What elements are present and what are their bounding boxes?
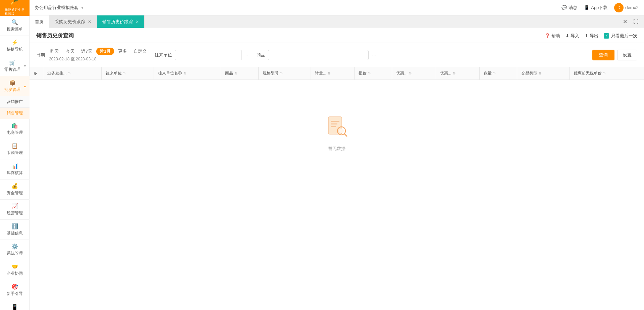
avatar: D (614, 3, 624, 12)
sidebar-item-ecom-mgmt[interactable]: 🛍️ 电商管理 (0, 119, 30, 139)
logo-text: 畅捷通好生意标账版 (5, 8, 25, 16)
col-spec-label: 规格型号 (263, 70, 279, 76)
search-menu-icon: 🔍 (11, 19, 18, 25)
tab-home[interactable]: 首页 (30, 15, 49, 28)
partner-filter-group: 往来单位 ··· (155, 50, 251, 60)
sidebar-item-sys-mgmt[interactable]: ⚙️ 系统管理 (0, 240, 30, 260)
logo[interactable]: 🍊 畅捷通好生意标账版 (0, 0, 30, 16)
inventory-icon: 📊 (11, 163, 18, 169)
sidebar-item-label: 电商管理 (7, 130, 23, 136)
main-content: 办公用品行业模拟账套 ▼ 💬 消息 📱 App下载 D demo2 首页 采购历… (30, 0, 644, 310)
sidebar-item-enterprise-coop[interactable]: 🤝 企业协同 (0, 260, 30, 280)
table-col-partner-name[interactable]: 往来单位名称 ⇅ (154, 67, 221, 80)
only-last-checkbox[interactable]: ✓ 只看最后一次 (604, 33, 637, 39)
import-label: 导入 (571, 33, 579, 39)
user-menu[interactable]: D demo2 (614, 3, 639, 12)
yesterday-btn[interactable]: 昨天 (48, 48, 62, 55)
custom-btn[interactable]: 自定义 (131, 48, 149, 55)
retail-mgmt-icon: 🛒 (9, 59, 16, 66)
last7days-btn[interactable]: 近7天 (78, 48, 95, 55)
tab-close-all-btn[interactable]: ✕ (622, 17, 629, 26)
partner-input-container: ··· (175, 50, 251, 60)
sort-icon: ⇅ (453, 71, 455, 75)
account-dropdown[interactable]: 办公用品行业模拟账套 ▼ (35, 5, 84, 11)
app-download-icon: 📱 (584, 5, 589, 10)
search-btn[interactable]: 查询 (592, 50, 614, 60)
table-col-price[interactable]: 报价 ⇅ (355, 67, 392, 80)
user-label: demo2 (625, 5, 639, 10)
sidebar-item-label: 资金管理 (7, 190, 23, 196)
page-title: 销售历史价查询 (36, 32, 74, 39)
table-body: 暂无数据 (30, 80, 644, 186)
import-btn[interactable]: ⬇ 导入 (566, 33, 579, 39)
settings-btn[interactable]: 设置 (617, 50, 637, 60)
sidebar-item-app-center[interactable]: 📱 应用中心 (0, 300, 30, 310)
empty-row: 暂无数据 (30, 80, 644, 186)
export-btn[interactable]: ⬆ 导出 (585, 33, 598, 39)
wholesale-arrow-icon: ▲ (23, 84, 27, 88)
table-col-partner-code[interactable]: 往来单位 ⇅ (101, 67, 154, 80)
app-download-btn[interactable]: 📱 App下载 (584, 5, 607, 11)
export-icon: ⬆ (585, 33, 588, 38)
col-unit-label: 计量... (315, 70, 326, 76)
sidebar-item-wholesale-mgmt[interactable]: 📦 批发管理 ▲ (0, 76, 30, 96)
sort-icon: ⇅ (368, 71, 371, 75)
table-col-unit[interactable]: 计量... ⇅ (311, 67, 354, 80)
ecom-mgmt-icon: 🛍️ (11, 122, 18, 129)
table-col-pre-tax-price[interactable]: 优惠前无税单价 ⇅ (569, 67, 644, 80)
more-btn[interactable]: 更多 (115, 48, 129, 55)
sidebar-item-new-guide[interactable]: 🎯 新手引导 (0, 280, 30, 300)
sidebar-item-ops-mgmt[interactable]: 📈 经营管理 (0, 200, 30, 220)
sidebar-item-search-menu[interactable]: 🔍 搜索菜单 (0, 16, 30, 36)
last1month-btn[interactable]: 近1月 (96, 48, 114, 55)
sort-icon: ⇅ (183, 71, 186, 75)
table-col-biz-date[interactable]: 业务发生... ⇅ (43, 67, 101, 80)
tab-purchase-history-close[interactable]: ✕ (88, 19, 91, 24)
checkbox-checked-icon: ✓ (604, 33, 609, 39)
help-icon: ❓ (545, 33, 550, 38)
message-label: 消息 (569, 5, 577, 11)
sidebar-item-retail-mgmt[interactable]: 🛒 零售管理 ▼ (0, 56, 30, 76)
col-discount2-label: 优惠... (440, 70, 451, 76)
table-col-discount1[interactable]: 优惠... ⇅ (392, 67, 436, 80)
goods-input[interactable] (268, 50, 369, 60)
table-col-trade-type[interactable]: 交易类型 ⇅ (517, 67, 569, 80)
today-btn[interactable]: 今天 (63, 48, 77, 55)
tab-sales-history-close[interactable]: ✕ (136, 19, 139, 24)
table-col-qty[interactable]: 数量 ⇅ (479, 67, 517, 80)
date-label: 日期 (36, 52, 45, 58)
tab-maximize-btn[interactable]: ⛶ (632, 17, 640, 26)
table-col-discount2[interactable]: 优惠... ⇅ (436, 67, 479, 80)
message-btn[interactable]: 💬 消息 (561, 5, 577, 11)
sidebar-item-basic-info[interactable]: ℹ️ 基础信息 (0, 220, 30, 240)
enterprise-coop-icon: 🤝 (11, 263, 18, 270)
sidebar-item-label: 采购管理 (7, 150, 23, 156)
dropdown-arrow-icon: ▼ (80, 6, 84, 10)
sidebar-item-purchase-mgmt[interactable]: 📋 采购管理 (0, 139, 30, 159)
partner-dots-btn[interactable]: ··· (244, 52, 251, 58)
app-download-label: App下载 (591, 5, 607, 11)
partner-input[interactable] (175, 50, 242, 60)
sidebar-item-finance-mgmt[interactable]: 💰 资金管理 (0, 179, 30, 200)
topbar: 办公用品行业模拟账套 ▼ 💬 消息 📱 App下载 D demo2 (30, 0, 644, 15)
message-icon: 💬 (561, 5, 567, 10)
topbar-right: 💬 消息 📱 App下载 D demo2 (561, 3, 639, 12)
tab-purchase-history[interactable]: 采购历史价跟踪 ✕ (49, 15, 97, 28)
sidebar-item-label: 库存核算 (7, 170, 23, 176)
table-col-goods[interactable]: 商品 ⇅ (221, 67, 258, 80)
svg-rect-3 (331, 126, 336, 127)
only-last-label: 只看最后一次 (611, 33, 637, 39)
tab-sales-history-label: 销售历史价跟踪 (102, 19, 133, 25)
sidebar-item-inventory[interactable]: 📊 库存核算 (0, 159, 30, 179)
table-col-spec[interactable]: 规格型号 ⇅ (258, 67, 311, 80)
sidebar-item-quick-nav[interactable]: ⚡ 快捷导航 (0, 36, 30, 56)
sidebar-item-marketing[interactable]: 营销推广 (0, 96, 30, 108)
tab-sales-history[interactable]: 销售历史价跟踪 ✕ (97, 15, 145, 28)
help-btn[interactable]: ❓ 帮助 (545, 33, 560, 39)
goods-label: 商品 (257, 52, 265, 58)
page-content: 销售历史价查询 ❓ 帮助 ⬇ 导入 ⬆ 导出 ✓ (30, 28, 644, 310)
goods-dots-btn[interactable]: ··· (371, 52, 378, 58)
app-center-icon: 📱 (11, 304, 18, 310)
table-col-settings[interactable]: ⚙ (30, 67, 43, 80)
sidebar-item-sales-mgmt[interactable]: 销售管理 (0, 108, 30, 119)
